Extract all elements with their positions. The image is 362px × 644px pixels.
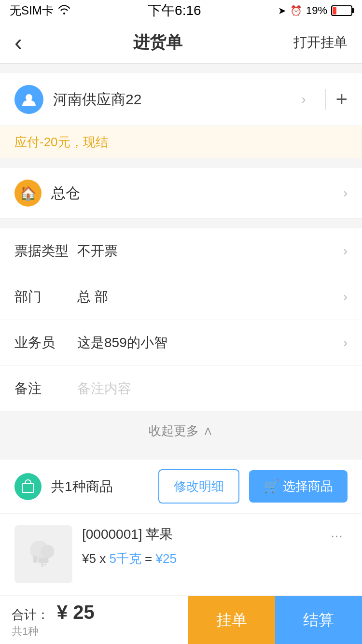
warehouse-chevron: › [343,185,348,201]
invoice-value: 不开票 [77,242,343,260]
product-price: ¥5 x 5千克 = ¥25 [82,550,316,567]
warehouse-row[interactable]: 🏠 总仓 › [0,168,362,219]
alarm-icon: ⏰ [290,5,302,16]
supplier-chevron: › [301,92,306,107]
department-label: 部门 [14,288,77,306]
warehouse-icon: 🏠 [14,180,42,207]
salesman-value: 这是859的小智 [77,334,343,352]
products-count: 共1种商品 [51,477,149,496]
page-title: 进货单 [133,31,182,54]
notice-bar: 应付-20元，现结 [0,126,362,158]
remark-row[interactable]: 备注 备注内容 [0,366,362,412]
select-label: 选择商品 [283,478,333,495]
hold-button[interactable]: 挂单 [188,596,275,644]
form-section: 票据类型 不开票 › 部门 总 部 › 业务员 这是859的小智 › 备注 备注… [0,228,362,412]
product-name: [0000001] 苹果 [82,525,316,544]
remark-label: 备注 [14,379,77,398]
product-code: [0000001] [82,527,146,542]
select-icon: 🛒 [264,479,279,494]
supplier-section: 河南供应商22 › + 应付-20元，现结 [0,73,362,158]
checkout-button[interactable]: 结算 [275,596,362,644]
department-chevron: › [343,289,348,305]
warehouse-name: 总仓 [51,183,343,203]
supplier-row[interactable]: 河南供应商22 › + [0,73,362,126]
time-display: 下午6:16 [148,1,201,20]
collapse-label: 收起更多 ∧ [149,423,213,438]
department-value: 总 部 [77,288,343,306]
product-more-button[interactable]: ··· [326,525,348,546]
battery-percentage: 19% [306,4,327,17]
svg-rect-4 [33,556,37,563]
equals-sign: = [145,551,155,566]
salesman-chevron: › [343,335,348,350]
collapse-button[interactable]: 收起更多 ∧ [0,412,362,450]
product-title: 苹果 [146,527,173,542]
invoice-label: 票据类型 [14,242,77,260]
total-amount: ¥ 25 [57,602,95,623]
products-icon [14,473,42,500]
invoice-chevron: › [343,243,348,259]
open-hold-button[interactable]: 打开挂单 [293,33,348,52]
total-section: 合计： ¥ 25 共1种 [0,602,188,639]
gap-1 [0,64,362,73]
supplier-avatar [14,85,43,114]
total-label: 合计： [12,607,49,622]
notice-text: 应付-20元，现结 [14,135,108,149]
unit-price: ¥5 x [82,551,109,566]
total-count: 共1种 [12,624,177,639]
svg-point-3 [41,545,54,558]
department-row[interactable]: 部门 总 部 › [0,274,362,320]
quantity: 5千克 [109,551,141,566]
invoice-row[interactable]: 票据类型 不开票 › [0,228,362,274]
svg-text:兽+: 兽+ [41,562,47,567]
add-button[interactable]: + [335,89,348,110]
product-item: 兽+ [0000001] 苹果 ¥5 x 5千克 = ¥25 ··· [0,513,362,595]
svg-rect-1 [22,484,34,492]
carrier-text: 无SIM卡 [10,3,54,18]
gap-2 [0,158,362,168]
nav-bar: ‹ 进货单 打开挂单 [0,21,362,64]
salesman-row[interactable]: 业务员 这是859的小智 › [0,320,362,366]
products-section: 共1种商品 修改明细 🛒 选择商品 兽+ [0000001] 苹果 ¥5 x [0,460,362,595]
product-thumbnail: 兽+ [14,525,72,583]
location-icon: ➤ [278,5,286,16]
supplier-divider [325,89,326,110]
salesman-label: 业务员 [14,334,77,352]
wifi-icon [57,4,71,17]
products-header: 共1种商品 修改明细 🛒 选择商品 [0,460,362,513]
supplier-name: 河南供应商22 [53,90,301,110]
total-price: ¥25 [156,551,177,566]
bottom-bar: 合计： ¥ 25 共1种 挂单 结算 [0,596,362,644]
back-button[interactable]: ‹ [14,29,22,56]
gap-3 [0,219,362,228]
remark-input[interactable]: 备注内容 [77,379,348,398]
select-product-button[interactable]: 🛒 选择商品 [249,470,348,503]
svg-point-0 [26,94,32,101]
warehouse-section: 🏠 总仓 › [0,168,362,219]
product-info: [0000001] 苹果 ¥5 x 5千克 = ¥25 [82,525,316,567]
battery-icon [331,5,352,16]
edit-detail-button[interactable]: 修改明细 [158,469,239,504]
status-bar: 无SIM卡 下午6:16 ➤ ⏰ 19% [0,0,362,21]
gap-4 [0,450,362,460]
